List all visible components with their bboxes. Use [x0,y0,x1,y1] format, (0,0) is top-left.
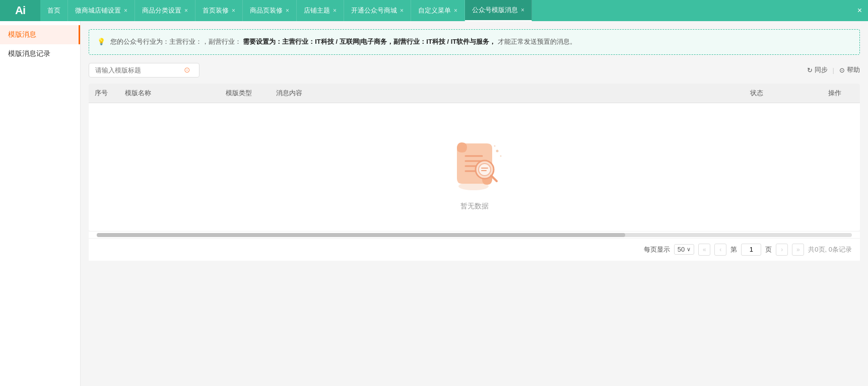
first-page-button[interactable]: « [698,244,710,256]
notice-prefix: 您的公众号行业为：主营行业：，副营行业： [110,38,241,45]
help-button[interactable]: ⊙ 帮助 [839,65,860,74]
svg-point-6 [479,164,491,176]
top-navigation: Ai 首页微商城店铺设置×商品分类设置×首页装修×商品页装修×店铺主题×开通公众… [0,0,868,21]
table-scrollbar[interactable] [89,231,860,238]
table-header: 序号模版名称模版类型消息内容状态操作 [89,84,860,103]
page-size-label: 每页显示 [644,245,670,254]
sync-icon: ↻ [807,66,813,74]
help-label: 帮助 [847,65,860,74]
col-header-name: 模版名称 [119,84,220,103]
scroll-track [97,233,852,237]
close-tab-custommenu[interactable]: × [454,8,457,14]
close-tab-productpage[interactable]: × [286,8,289,14]
page-size-chevron: ∨ [687,246,691,253]
empty-illustration [444,133,505,194]
notice-highlight: 需要设置为：主营行业：IT科技 / 互联网|电子商务，副营行业：IT科技 / I… [243,38,496,45]
help-icon: ⊙ [839,66,845,74]
empty-text: 暂无数据 [89,202,860,211]
page-size-value: 50 [678,246,685,253]
nav-tab-homepage[interactable]: 首页装修× [195,0,243,21]
table-header-row: 序号模版名称模版类型消息内容状态操作 [89,84,860,103]
nav-tab-category[interactable]: 商品分类设置× [135,0,195,21]
col-header-seq: 序号 [89,84,119,103]
nav-tab-weshop[interactable]: 微商城店铺设置× [68,0,135,21]
pagination: 每页显示 50 ∨ « ‹ 第 页 › » 共0页, 0条记录 [89,238,860,261]
data-table: 序号模版名称模版类型消息内容状态操作 [89,84,860,231]
search-input[interactable] [93,63,184,77]
close-all-tabs-button[interactable]: × [851,0,868,21]
close-tab-weshop[interactable]: × [124,8,127,14]
table-body: 暂无数据 [89,103,860,231]
sidebar-item-template-msg-record[interactable]: 模版消息记录 [0,44,80,63]
next-page-button[interactable]: › [776,244,788,256]
svg-point-11 [500,155,501,157]
nav-tab-templatemsg[interactable]: 公众号模版消息× [465,0,532,21]
notice-box: 💡 您的公众号行业为：主营行业：，副营行业： 需要设置为：主营行业：IT科技 /… [89,29,860,55]
col-header-type: 模版类型 [220,84,270,103]
sidebar: 模版消息模版消息记录 [0,21,81,386]
bulb-icon: 💡 [97,38,105,45]
nav-tab-custommenu[interactable]: 自定义菜单× [411,0,465,21]
page-label: 第 [730,245,737,254]
toolbar-divider: | [833,66,834,74]
nav-tab-home[interactable]: 首页 [40,0,68,21]
total-info: 共0页, 0条记录 [808,245,852,254]
col-header-action: 操作 [810,84,860,103]
close-tab-category[interactable]: × [184,8,188,14]
col-header-status: 状态 [744,84,810,103]
content-area: 💡 您的公众号行业为：主营行业：，副营行业： 需要设置为：主营行业：IT科技 /… [81,21,868,386]
empty-state: 暂无数据 [89,103,860,231]
sidebar-item-template-msg[interactable]: 模版消息 [0,25,80,44]
logo: Ai [0,0,40,21]
search-bar: ⊙ ↻ 同步 | ⊙ 帮助 [89,63,860,78]
svg-point-12 [494,145,495,146]
nav-tabs: 首页微商城店铺设置×商品分类设置×首页装修×商品页装修×店铺主题×开通公众号商城… [40,0,851,21]
page-number-input[interactable] [741,244,761,256]
notice-suffix: 才能正常发送预置的消息。 [498,38,576,45]
logo-text: Ai [15,4,25,17]
sync-label: 同步 [815,65,828,74]
page-suffix: 页 [765,245,772,254]
search-input-wrap: ⊙ [89,63,199,78]
sync-button[interactable]: ↻ 同步 [807,65,828,74]
toolbar-right: ↻ 同步 | ⊙ 帮助 [807,65,860,74]
search-icon[interactable]: ⊙ [184,65,190,74]
close-tab-openstore[interactable]: × [400,8,404,14]
nav-tab-theme[interactable]: 店铺主题× [297,0,344,21]
main-layout: 模版消息模版消息记录 💡 您的公众号行业为：主营行业：，副营行业： 需要设置为：… [0,21,868,386]
svg-point-10 [496,149,498,152]
scroll-thumb [97,233,625,237]
table-row-empty: 暂无数据 [89,103,860,231]
last-page-button[interactable]: » [792,244,804,256]
page-size-select[interactable]: 50 ∨ [674,244,694,255]
nav-tab-productpage[interactable]: 商品页装修× [243,0,297,21]
col-header-content: 消息内容 [270,84,744,103]
prev-page-button[interactable]: ‹ [714,244,726,256]
close-tab-theme[interactable]: × [333,8,337,14]
close-tab-templatemsg[interactable]: × [521,7,524,13]
close-tab-homepage[interactable]: × [232,8,235,14]
nav-tab-openstore[interactable]: 开通公众号商城× [344,0,411,21]
